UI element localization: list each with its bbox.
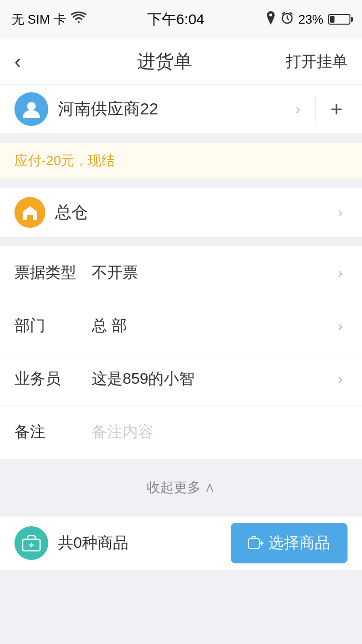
status-right: 23% — [265, 11, 350, 28]
product-icon — [14, 526, 48, 560]
warehouse-row[interactable]: 总仓 › — [0, 188, 362, 237]
dept-chevron-icon: › — [338, 318, 343, 334]
bottom-bar: 共0种商品 选择商品 — [0, 517, 362, 570]
dept-label: 部门 — [14, 315, 82, 336]
status-time: 下午6:04 — [147, 10, 204, 29]
divider — [315, 97, 316, 121]
form-row-dept[interactable]: 部门 总 部 › — [0, 299, 362, 352]
salesperson-value: 这是859的小智 — [92, 368, 338, 390]
supplier-name: 河南供应商22 — [58, 98, 295, 120]
dept-value: 总 部 — [92, 315, 338, 336]
warehouse-icon — [14, 197, 45, 228]
battery-text: 23% — [298, 12, 323, 27]
collapse-toggle[interactable]: 收起更多 ∧ — [0, 468, 362, 507]
select-product-label: 选择商品 — [268, 532, 330, 554]
form-row-invoice[interactable]: 票据类型 不开票 › — [0, 246, 362, 299]
wifi-icon — [71, 12, 86, 28]
invoice-label: 票据类型 — [14, 262, 82, 283]
warehouse-label: 总仓 — [55, 201, 338, 224]
svg-point-1 — [27, 102, 36, 111]
invoice-chevron-icon: › — [338, 265, 343, 281]
supplier-row[interactable]: 河南供应商22 › + — [0, 85, 362, 133]
status-bar: 无 SIM 卡 下午6:04 23% — [0, 0, 362, 39]
notice-bar: 应付-20元，现结 — [0, 143, 362, 179]
svg-rect-6 — [249, 539, 259, 548]
remark-input[interactable]: 备注内容 — [92, 421, 348, 443]
product-count: 共0种商品 — [58, 532, 231, 554]
status-left: 无 SIM 卡 — [12, 11, 86, 28]
content: 河南供应商22 › + 应付-20元，现结 总仓 › 票据类型 不开票 › — [0, 85, 362, 570]
form-section: 票据类型 不开票 › 部门 总 部 › 业务员 这是859的小智 › 备注 备注… — [0, 246, 362, 459]
supplier-section: 河南供应商22 › + — [0, 85, 362, 133]
carrier-text: 无 SIM 卡 — [12, 11, 66, 28]
supplier-avatar — [14, 92, 48, 126]
battery-icon — [328, 14, 350, 25]
select-product-button[interactable]: 选择商品 — [231, 523, 348, 563]
location-icon — [265, 11, 276, 28]
salesperson-label: 业务员 — [14, 368, 82, 390]
add-supplier-button[interactable]: + — [325, 97, 348, 121]
bottom-section: 共0种商品 选择商品 — [0, 517, 362, 570]
form-row-salesperson[interactable]: 业务员 这是859的小智 › — [0, 352, 362, 406]
collapse-label: 收起更多 ∧ — [147, 478, 216, 497]
alarm-icon — [281, 12, 293, 28]
page-title: 进货单 — [137, 49, 192, 74]
salesperson-chevron-icon: › — [338, 371, 343, 387]
svg-rect-2 — [27, 215, 33, 220]
warehouse-section: 总仓 › — [0, 188, 362, 237]
notice-text: 应付-20元，现结 — [14, 153, 115, 168]
back-button[interactable]: ‹ — [14, 51, 43, 72]
form-row-remark[interactable]: 备注 备注内容 — [0, 406, 362, 459]
supplier-chevron-icon: › — [295, 101, 300, 117]
invoice-value: 不开票 — [92, 262, 338, 283]
nav-bar: ‹ 进货单 打开挂单 — [0, 39, 362, 85]
battery-fill — [330, 16, 334, 23]
remark-label: 备注 — [14, 421, 82, 443]
open-pending-button[interactable]: 打开挂单 — [286, 51, 348, 72]
warehouse-chevron-icon: › — [338, 204, 343, 221]
